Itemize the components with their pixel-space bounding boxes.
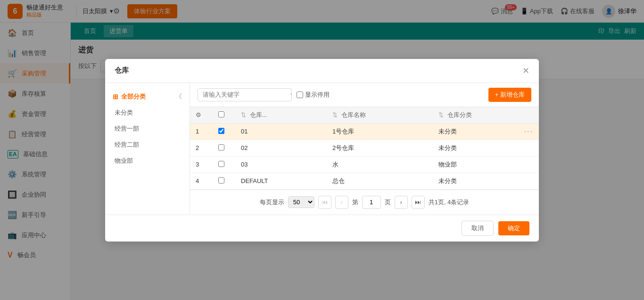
cell-category: 未分类 (433, 173, 539, 189)
collapse-tree-btn[interactable]: 《 (175, 92, 182, 101)
cell-num: 1 (190, 123, 213, 140)
th-name: ⇅ 仓库名称 (327, 107, 433, 124)
tree-all-category[interactable]: ⊞ 全部分类 《 (105, 89, 190, 105)
table-body: 1 01 1号仓库 未分类··· 2 02 2号仓库 未分类 3 03 水 物业… (190, 123, 539, 189)
show-disabled-checkbox[interactable] (297, 92, 303, 98)
cell-category: 物业部 (433, 156, 539, 173)
page-label-post: 页 (385, 198, 391, 207)
row-checkbox[interactable] (218, 144, 224, 150)
warehouse-table: ⚙ ⇅ 仓库... ⇅ (190, 107, 539, 190)
total-info: 共1页, 4条记录 (429, 198, 470, 207)
th-code: ⇅ 仓库... (235, 107, 327, 124)
confirm-button[interactable]: 确定 (498, 221, 529, 235)
sort-icon-name: ⇅ (332, 111, 338, 118)
cell-name: 总仓 (327, 173, 433, 189)
tree-item-1[interactable]: 经营一部 (105, 121, 190, 137)
per-page-select[interactable]: 50 20 100 (288, 196, 314, 208)
cell-num: 3 (190, 156, 213, 173)
search-button[interactable]: 🔍 (287, 89, 292, 101)
cell-check (213, 123, 235, 140)
tree-item-0[interactable]: 未分类 (105, 105, 190, 121)
cell-name: 水 (327, 156, 433, 173)
row-checkbox[interactable] (218, 128, 224, 134)
page-label-pre: 第 (352, 198, 358, 207)
cell-category: 未分类··· (433, 123, 539, 140)
table-header-row: ⚙ ⇅ 仓库... ⇅ (190, 107, 539, 124)
sort-icon-code: ⇅ (241, 111, 246, 118)
cell-check (213, 140, 235, 156)
right-toolbar: 🔍 显示停用 + 新增仓库 (190, 83, 539, 107)
more-btn[interactable]: ··· (524, 127, 533, 136)
th-gear: ⚙ (190, 107, 213, 124)
tree-item-2[interactable]: 经营二部 (105, 137, 190, 153)
tree-panel: ⊞ 全部分类 《 未分类 经营一部 经营二部 物业部 (105, 83, 190, 215)
show-disabled-text: 显示停用 (305, 91, 330, 99)
cell-name: 2号仓库 (327, 140, 433, 156)
cell-num: 4 (190, 173, 213, 189)
tree-item-3[interactable]: 物业部 (105, 153, 190, 169)
next-page-btn[interactable]: › (395, 196, 408, 209)
dialog-footer: 取消 确定 (105, 215, 539, 242)
row-checkbox[interactable] (218, 177, 224, 183)
cell-name: 1号仓库 (327, 123, 433, 140)
table-row[interactable]: 4 DEFAULT 总仓 未分类 (190, 173, 539, 189)
dialog-body: ⊞ 全部分类 《 未分类 经营一部 经营二部 物业部 🔍 (105, 83, 539, 215)
th-category: ⇅ 仓库分类 (433, 107, 539, 124)
table-row[interactable]: 1 01 1号仓库 未分类··· (190, 123, 539, 140)
cell-check (213, 173, 235, 189)
page-number-input[interactable] (362, 196, 381, 209)
dialog-title: 仓库 (115, 66, 129, 75)
search-input[interactable] (198, 89, 287, 100)
th-checkbox (213, 107, 235, 124)
table-row[interactable]: 2 02 2号仓库 未分类 (190, 140, 539, 156)
gear-icon: ⚙ (196, 111, 201, 118)
pagination: 每页显示 50 20 100 ⏮ ‹ 第 页 › ⏭ 共1页, 4条记录 (190, 190, 539, 215)
grid-icon: ⊞ (113, 93, 118, 100)
last-page-btn[interactable]: ⏭ (412, 196, 425, 209)
dialog-close-button[interactable]: ✕ (522, 66, 529, 76)
cell-code: 02 (235, 140, 327, 156)
table-row[interactable]: 3 03 水 物业部 (190, 156, 539, 173)
search-box: 🔍 (198, 88, 292, 101)
cell-code: 01 (235, 123, 327, 140)
dialog-overlay: 仓库 ✕ ⊞ 全部分类 《 未分类 经营一部 经营二部 物业部 (0, 0, 644, 300)
add-warehouse-btn[interactable]: + 新增仓库 (488, 88, 531, 102)
select-all-checkbox[interactable] (218, 111, 224, 117)
row-checkbox[interactable] (218, 161, 224, 167)
show-disabled-label[interactable]: 显示停用 (297, 91, 330, 99)
tree-all-label: 全部分类 (121, 92, 146, 101)
warehouse-dialog: 仓库 ✕ ⊞ 全部分类 《 未分类 经营一部 经营二部 物业部 (105, 59, 539, 242)
per-page-label: 每页显示 (260, 198, 284, 207)
sort-icon-category: ⇅ (438, 111, 444, 118)
dialog-header: 仓库 ✕ (105, 59, 539, 83)
cell-code: DEFAULT (235, 173, 327, 189)
cell-num: 2 (190, 140, 213, 156)
cell-code: 03 (235, 156, 327, 173)
cancel-button[interactable]: 取消 (462, 221, 494, 236)
prev-page-btn[interactable]: ‹ (335, 196, 348, 209)
cell-category: 未分类 (433, 140, 539, 156)
first-page-btn[interactable]: ⏮ (318, 196, 331, 209)
table-wrap: ⚙ ⇅ 仓库... ⇅ (190, 107, 539, 190)
cell-check (213, 156, 235, 173)
right-panel: 🔍 显示停用 + 新增仓库 ⚙ (190, 83, 539, 215)
